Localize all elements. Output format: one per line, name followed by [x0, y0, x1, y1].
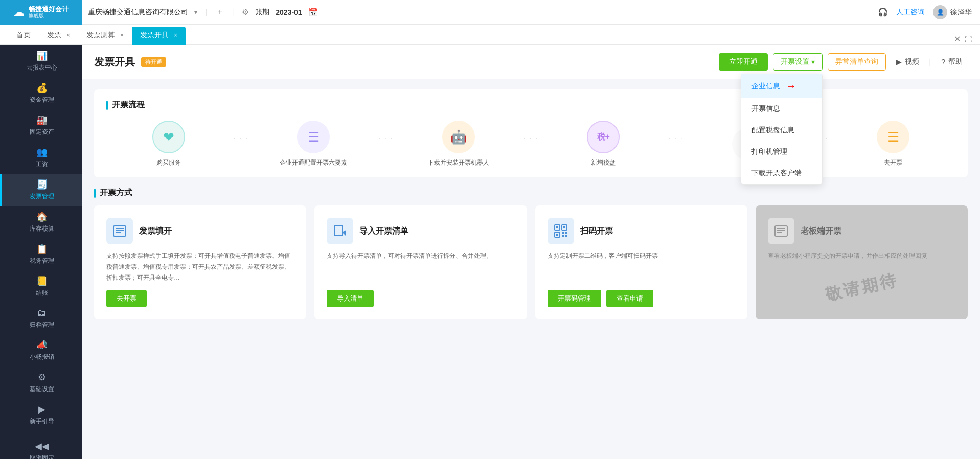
svg-rect-14 — [562, 235, 564, 237]
flow-step-3-icon: 🤖 — [442, 121, 475, 153]
flow-step-2: ☰ 企业开通配置开票六要素 — [252, 121, 376, 167]
svg-rect-10 — [563, 226, 565, 228]
view-application-button[interactable]: 查看申请 — [606, 290, 653, 307]
boss-method-title: 老板端开票 — [801, 226, 841, 237]
settings-icon[interactable]: ⚙ — [242, 7, 249, 17]
dropdown-item-printer[interactable]: 打印机管理 — [741, 141, 822, 163]
main-layout: 📊 云报表中心 💰 资金管理 🏭 固定资产 👥 工资 🧾 发票管理 🏠 库存核算… — [0, 45, 980, 459]
assets-icon: 🏭 — [36, 114, 48, 126]
sidebar-item-expense[interactable]: 📣 小畅报销 — [0, 334, 82, 366]
sidebar-item-closing[interactable]: 📒 结账 — [0, 270, 82, 303]
top-bar-right: 🎧 人工咨询 👤 徐泽华 — [878, 5, 972, 19]
scan-method-btn: 开票码管理 查看申请 — [548, 290, 735, 307]
import-list-button[interactable]: 导入清单 — [327, 290, 374, 307]
sidebar: 📊 云报表中心 💰 资金管理 🏭 固定资产 👥 工资 🧾 发票管理 🏠 库存核算… — [0, 45, 82, 459]
tab-issue-label: 发票开具 — [140, 31, 169, 40]
user-name: 徐泽华 — [950, 8, 972, 17]
svg-rect-13 — [565, 232, 567, 234]
qrcode-manage-button[interactable]: 开票码管理 — [548, 290, 601, 307]
sidebar-item-settings-label: 基础设置 — [30, 385, 54, 394]
company-dropdown-icon[interactable]: ▾ — [194, 9, 197, 16]
tab-estimate[interactable]: 发票测算 × — [78, 27, 132, 45]
sidebar-item-unpin[interactable]: ◀◀ 取消固定 — [0, 435, 82, 459]
settings-button[interactable]: 开票设置 ▾ — [773, 53, 823, 71]
dropdown-item-taxdisk[interactable]: 配置税盘信息 — [741, 120, 822, 141]
sidebar-item-tax[interactable]: 📋 税务管理 — [0, 238, 82, 270]
fill-method-desc: 支持按照发票样式手工填开发票；可开具增值税电子普通发票、增值税普通发票、增值税专… — [106, 250, 294, 284]
sidebar-item-guide[interactable]: ▶ 新手引导 — [0, 399, 82, 431]
sidebar-divider — [0, 433, 82, 433]
user-info[interactable]: 👤 徐泽华 — [933, 5, 972, 19]
flow-step-6-label: 去开票 — [884, 158, 902, 167]
app-logo[interactable]: ☁ 畅捷通好会计 旗舰版 — [0, 0, 82, 25]
method-card-scan-header: 扫码开票 — [548, 218, 735, 244]
sidebar-item-payroll[interactable]: 👥 工资 — [0, 142, 82, 174]
tab-bar-actions: ✕ ⛶ — [954, 34, 972, 44]
dropdown-printer-label: 打印机管理 — [751, 147, 787, 156]
sidebar-item-settings[interactable]: ⚙ 基础设置 — [0, 366, 82, 399]
content-body: 开票流程 ❤ 购买服务 ☰ 企业开通配置开票六要素 — [82, 79, 980, 330]
svg-rect-12 — [562, 232, 564, 234]
sidebar-item-inventory[interactable]: 🏠 库存核算 — [0, 206, 82, 238]
tab-close-all-icon[interactable]: ✕ — [954, 34, 961, 44]
activate-button[interactable]: 立即开通 — [719, 53, 768, 71]
video-label: 视频 — [905, 57, 919, 66]
sidebar-item-funds[interactable]: 💰 资金管理 — [0, 77, 82, 109]
sidebar-item-assets[interactable]: 🏭 固定资产 — [0, 109, 82, 142]
fill-invoice-button[interactable]: 去开票 — [106, 290, 147, 307]
tab-issue[interactable]: 发票开具 × — [132, 27, 186, 45]
help-label: 帮助 — [948, 57, 963, 66]
settings-button-label: 开票设置 — [781, 57, 809, 66]
flow-step-6: ☰ 去开票 — [831, 121, 956, 167]
sidebar-item-expense-label: 小畅报销 — [30, 353, 54, 361]
import-method-btn: 导入清单 — [327, 290, 514, 307]
invoice-icon: 🧾 — [36, 179, 48, 190]
tab-issue-close[interactable]: × — [174, 32, 177, 39]
tab-invoice-close[interactable]: × — [66, 32, 70, 39]
sidebar-item-reports[interactable]: 📊 云报表中心 — [0, 45, 82, 77]
abnormal-button[interactable]: 异常清单查询 — [828, 53, 886, 71]
import-method-desc: 支持导入待开票清单，可对待开票清单进行拆分、合并处理。 — [327, 250, 514, 262]
add-icon[interactable]: ＋ — [216, 7, 224, 17]
flow-connector-1 — [231, 134, 252, 142]
top-bar: ☁ 畅捷通好会计 旗舰版 重庆畅捷交通信息咨询有限公司 ▾ | ＋ | ⚙ 账期… — [0, 0, 980, 25]
tab-expand-icon[interactable]: ⛶ — [965, 35, 972, 43]
method-card-boss: 老板端开票 查看老板端小程序提交的开票申请，并作出相应的处理回复 敬请期待 — [756, 205, 968, 319]
tab-estimate-close[interactable]: × — [120, 32, 124, 39]
fill-method-btn: 去开票 — [106, 290, 294, 307]
help-button[interactable]: ? 帮助 — [936, 54, 968, 70]
unpin-icon: ◀◀ — [35, 441, 49, 452]
dropdown-item-invoice-info[interactable]: 开票信息 — [741, 98, 822, 120]
boss-method-desc: 查看老板端小程序提交的开票申请，并作出相应的处理回复 — [768, 250, 955, 262]
method-card-fill: 发票填开 支持按照发票样式手工填开发票；可开具增值税电子普通发票、增值税普通发票… — [94, 205, 306, 319]
tax-icon: 📋 — [36, 243, 48, 255]
sidebar-item-archive[interactable]: 🗂 归档管理 — [0, 303, 82, 334]
flow-step-4: 税+ 新增税盘 — [541, 121, 666, 167]
dropdown-company-label: 企业信息 — [751, 82, 780, 91]
page-title: 发票开具 — [94, 55, 135, 69]
flow-step-3-label: 下载并安装开票机器人 — [428, 158, 489, 167]
tab-home[interactable]: 首页 — [8, 27, 39, 45]
tab-invoice[interactable]: 发票 × — [39, 27, 78, 45]
company-name[interactable]: 重庆畅捷交通信息咨询有限公司 — [88, 8, 188, 17]
help-divider: | — [929, 58, 931, 66]
flow-step-2-label: 企业开通配置开票六要素 — [280, 158, 347, 167]
calendar-icon[interactable]: 📅 — [308, 7, 318, 17]
dropdown-item-company[interactable]: 企业信息 → — [741, 74, 822, 98]
svg-rect-11 — [556, 234, 558, 236]
svg-rect-15 — [565, 235, 567, 237]
play-icon: ▶ — [896, 58, 902, 66]
flow-step-4-icon: 税+ — [587, 121, 620, 153]
sidebar-item-tax-label: 税务管理 — [30, 257, 54, 265]
dropdown-item-download[interactable]: 下载开票客户端 — [741, 163, 822, 184]
period-label: 账期 — [255, 8, 269, 17]
flow-step-3: 🤖 下载并安装开票机器人 — [396, 121, 521, 167]
method-card-fill-header: 发票填开 — [106, 218, 294, 244]
sidebar-item-invoice[interactable]: 🧾 发票管理 — [0, 174, 82, 206]
service-label[interactable]: 人工咨询 — [896, 8, 925, 17]
video-button[interactable]: ▶ 视频 — [891, 54, 924, 70]
status-badge: 待开通 — [141, 57, 166, 67]
funds-icon: 💰 — [36, 82, 48, 94]
sidebar-item-reports-label: 云报表中心 — [27, 63, 57, 72]
svg-rect-9 — [556, 226, 558, 228]
